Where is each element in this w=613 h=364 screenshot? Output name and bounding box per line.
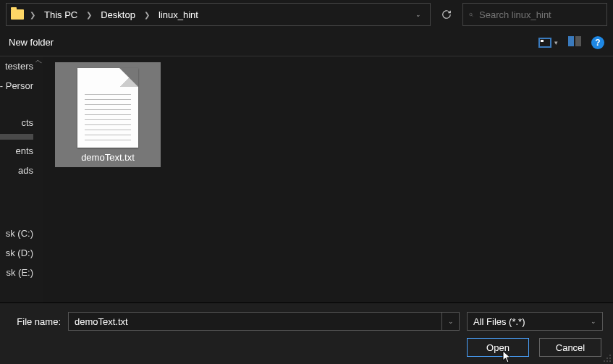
chevron-down-icon: ⌄: [448, 318, 454, 325]
view-mode-button[interactable]: ▾: [538, 38, 558, 48]
sidebar-item[interactable]: sk (C:): [0, 224, 33, 243]
navigation-sidebar[interactable]: testers - Persor cts ents ads sk (C:) sk…: [0, 56, 43, 313]
sidebar-scrollbar[interactable]: ヘ ⌄: [33, 56, 43, 313]
svg-point-12: [609, 360, 611, 362]
sidebar-item[interactable]: sk (E:): [0, 263, 33, 282]
svg-point-0: [470, 13, 473, 16]
svg-rect-6: [575, 36, 581, 46]
file-name-history-dropdown[interactable]: ⌄: [441, 313, 459, 330]
svg-rect-5: [568, 36, 574, 46]
chevron-right-icon[interactable]: ❯: [83, 11, 95, 19]
sidebar-item-selected[interactable]: [0, 134, 33, 140]
file-type-filter[interactable]: All Files (*.*) ⌄: [467, 312, 603, 331]
file-list[interactable]: demoText.txt: [43, 56, 613, 313]
new-folder-button[interactable]: New folder: [9, 37, 54, 48]
svg-point-8: [606, 357, 608, 359]
sidebar-item[interactable]: ents: [0, 141, 33, 161]
file-name-input[interactable]: [69, 316, 441, 327]
search-icon: [469, 10, 473, 20]
svg-point-10: [604, 360, 605, 362]
breadcrumb[interactable]: ❯ This PC ❯ Desktop ❯ linux_hint ⌄: [6, 3, 431, 26]
refresh-icon: [441, 9, 452, 20]
svg-point-9: [609, 357, 611, 359]
scroll-up-icon[interactable]: ヘ: [35, 56, 42, 67]
refresh-button[interactable]: [436, 4, 457, 25]
svg-point-7: [609, 355, 611, 356]
help-button[interactable]: ?: [591, 36, 604, 49]
sidebar-item[interactable]: sk (D:): [0, 243, 33, 263]
filter-label: All Files (*.*): [473, 316, 525, 327]
dialog-footer: File name: ⌄ All Files (*.*) ⌄ Open Canc…: [0, 302, 613, 364]
resize-grip-icon[interactable]: [603, 354, 612, 363]
file-name-field[interactable]: ⌄: [68, 312, 460, 331]
folder-icon: [11, 9, 24, 20]
breadcrumb-item[interactable]: Desktop: [98, 8, 138, 22]
file-item-selected[interactable]: demoText.txt: [55, 62, 161, 167]
chevron-right-icon[interactable]: ❯: [27, 11, 38, 19]
open-button[interactable]: Open: [467, 338, 529, 357]
sidebar-item[interactable]: cts: [0, 113, 33, 132]
breadcrumb-item[interactable]: linux_hint: [156, 8, 201, 22]
preview-pane-button[interactable]: [568, 36, 581, 48]
chevron-down-icon[interactable]: ⌄: [415, 11, 421, 18]
search-input[interactable]: [479, 9, 601, 20]
text-file-icon: [77, 68, 138, 148]
sidebar-item[interactable]: testers: [0, 56, 33, 76]
file-name-caption: File name:: [10, 316, 61, 327]
breadcrumb-item[interactable]: This PC: [41, 8, 80, 22]
preview-icon: [568, 36, 581, 46]
thumbnail-view-icon: [538, 38, 551, 48]
search-box[interactable]: [462, 3, 607, 26]
chevron-down-icon: ⌄: [591, 318, 596, 325]
svg-line-1: [472, 15, 473, 17]
chevron-right-icon[interactable]: ❯: [141, 11, 153, 19]
chevron-down-icon: ▾: [554, 39, 558, 46]
sidebar-item[interactable]: ads: [0, 161, 33, 180]
svg-rect-4: [541, 40, 544, 42]
sidebar-item[interactable]: - Persor: [0, 76, 33, 96]
cancel-button[interactable]: Cancel: [539, 338, 601, 357]
svg-point-11: [606, 360, 608, 362]
file-name-label: demoText.txt: [81, 152, 135, 163]
help-icon: ?: [595, 38, 600, 48]
